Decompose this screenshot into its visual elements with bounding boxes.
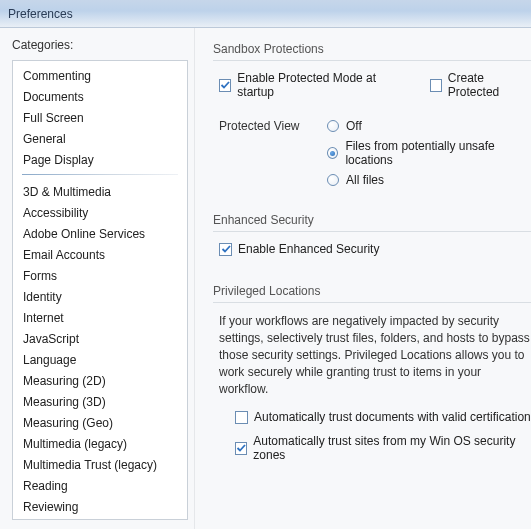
category-item[interactable]: Forms — [13, 265, 187, 286]
category-item[interactable]: Page Display — [13, 149, 187, 170]
category-item[interactable]: Identity — [13, 286, 187, 307]
section-rule — [213, 302, 531, 303]
category-item[interactable]: Accessibility — [13, 202, 187, 223]
create-protected-checkbox[interactable] — [430, 79, 442, 92]
protected-view-unsafe-radio[interactable] — [327, 147, 338, 159]
enable-enhanced-security-checkbox[interactable] — [219, 243, 232, 256]
category-item[interactable]: General — [13, 128, 187, 149]
protected-view-all-radio[interactable] — [327, 174, 339, 186]
protected-view-label: Protected View — [219, 119, 311, 133]
enable-protected-mode-label: Enable Protected Mode at startup — [237, 71, 405, 99]
auto-trust-docs-checkbox[interactable] — [235, 411, 248, 424]
section-sandbox-title: Sandbox Protections — [213, 42, 531, 56]
category-item[interactable]: Internet — [13, 307, 187, 328]
enable-protected-mode-checkbox[interactable] — [219, 79, 231, 92]
category-item[interactable]: Adobe Online Services — [13, 223, 187, 244]
category-item[interactable]: JavaScript — [13, 328, 187, 349]
category-item[interactable]: Documents — [13, 86, 187, 107]
protected-view-off-radio[interactable] — [327, 120, 339, 132]
category-item[interactable]: Measuring (Geo) — [13, 412, 187, 433]
section-rule — [213, 231, 531, 232]
window-titlebar: Preferences — [0, 0, 531, 28]
auto-trust-sites-checkbox[interactable] — [235, 442, 247, 455]
category-item[interactable]: Multimedia Trust (legacy) — [13, 454, 187, 475]
protected-view-all-label: All files — [346, 173, 384, 187]
categories-listbox[interactable]: CommentingDocumentsFull ScreenGeneralPag… — [12, 60, 188, 520]
auto-trust-sites-label: Automatically trust sites from my Win OS… — [253, 434, 531, 462]
category-item[interactable]: Multimedia (legacy) — [13, 433, 187, 454]
category-item[interactable]: Commenting — [13, 65, 187, 86]
category-item[interactable]: Search — [13, 517, 187, 520]
category-item[interactable]: Reading — [13, 475, 187, 496]
category-item[interactable]: Measuring (2D) — [13, 370, 187, 391]
categories-label: Categories: — [12, 38, 188, 52]
protected-view-off-label: Off — [346, 119, 362, 133]
create-protected-label: Create Protected — [448, 71, 531, 99]
protected-view-unsafe-label: Files from potentially unsafe locations — [345, 139, 531, 167]
section-privileged-title: Privileged Locations — [213, 284, 531, 298]
category-item[interactable]: Reviewing — [13, 496, 187, 517]
category-item[interactable]: Language — [13, 349, 187, 370]
work-area: Categories: CommentingDocumentsFull Scre… — [0, 28, 531, 529]
category-item[interactable]: Email Accounts — [13, 244, 187, 265]
list-separator — [22, 174, 178, 175]
privileged-description: If your workflows are negatively impacte… — [219, 313, 531, 398]
settings-pane: Sandbox Protections Enable Protected Mod… — [195, 28, 531, 529]
section-rule — [213, 60, 531, 61]
section-enhanced-title: Enhanced Security — [213, 213, 531, 227]
protected-view-group: Protected View Off Files from potentiall… — [219, 119, 531, 187]
auto-trust-docs-label: Automatically trust documents with valid… — [254, 410, 531, 424]
enable-enhanced-security-label: Enable Enhanced Security — [238, 242, 379, 256]
window-title: Preferences — [8, 7, 73, 21]
category-item[interactable]: 3D & Multimedia — [13, 181, 187, 202]
categories-pane: Categories: CommentingDocumentsFull Scre… — [0, 28, 195, 529]
category-item[interactable]: Full Screen — [13, 107, 187, 128]
category-item[interactable]: Measuring (3D) — [13, 391, 187, 412]
